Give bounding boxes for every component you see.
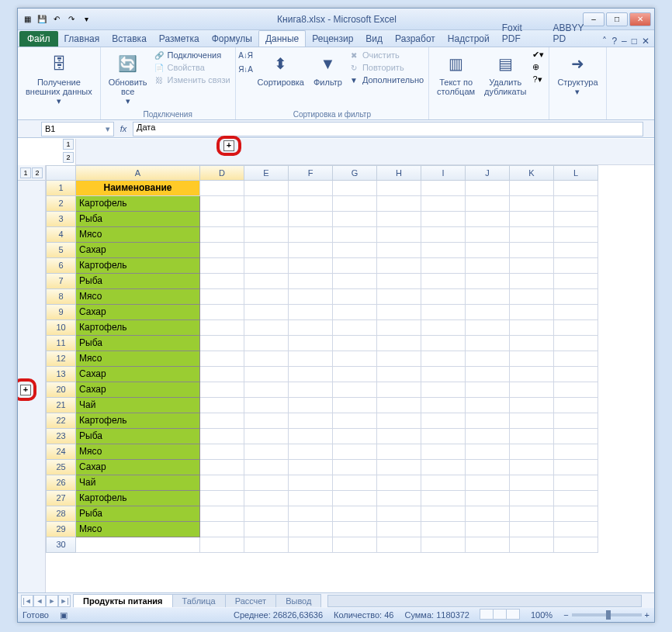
cell[interactable]: Картофель [76,196,200,212]
row-header[interactable]: 8 [46,289,76,305]
zoom-slider[interactable]: −+ [563,610,649,620]
cell[interactable] [289,196,333,212]
cell[interactable]: Рыба [76,506,200,522]
cell[interactable] [200,305,244,320]
cell[interactable] [377,351,421,367]
cell[interactable] [466,212,510,227]
cell[interactable] [554,382,598,398]
col-header-H[interactable]: H [377,165,421,181]
consolidate-icon[interactable]: ⊕ [532,62,544,72]
cell[interactable]: Мясо [76,444,200,460]
cell[interactable] [333,429,377,444]
cell[interactable] [200,367,244,382]
cell[interactable] [466,475,510,491]
doc-min-icon[interactable]: – [622,36,627,47]
row-header[interactable]: 20 [46,382,76,398]
cell[interactable] [289,336,333,351]
row-header[interactable]: 9 [46,305,76,320]
cell[interactable] [244,444,289,460]
cell[interactable] [244,522,289,537]
cell[interactable] [466,351,510,367]
fx-icon[interactable]: fx [114,124,133,133]
cell[interactable] [510,243,554,258]
cell[interactable] [244,398,289,413]
cell[interactable] [510,336,554,351]
row-header[interactable]: 21 [46,398,76,413]
col-header-J[interactable]: J [466,165,510,181]
cell[interactable] [554,181,598,196]
col-header-F[interactable]: F [289,165,333,181]
cell[interactable] [421,429,466,444]
cell[interactable]: Мясо [76,351,200,367]
row-outline-level-2[interactable]: 2 [32,167,43,178]
cell[interactable] [200,537,244,553]
help-icon[interactable]: ? [611,36,617,47]
cell[interactable] [554,274,598,289]
cell[interactable] [554,398,598,413]
cell[interactable] [244,320,289,336]
cell[interactable] [510,429,554,444]
cell[interactable] [200,475,244,491]
expand-rows-button[interactable]: + [20,385,31,395]
cell[interactable] [289,475,333,491]
tab-insert[interactable]: Вставка [106,31,153,47]
sort-za-button[interactable]: Я↓А [241,64,251,74]
cell[interactable] [244,506,289,522]
name-box-dropdown-icon[interactable]: ▾ [106,124,110,134]
cell[interactable] [333,243,377,258]
cell[interactable] [289,289,333,305]
filter-button[interactable]: ▼ Фильтр [310,50,345,88]
cell[interactable] [333,258,377,274]
cell[interactable] [289,382,333,398]
cell[interactable] [554,196,598,212]
cell[interactable] [377,537,421,553]
cell[interactable] [421,460,466,475]
cell[interactable] [421,475,466,491]
cell[interactable] [510,258,554,274]
cell[interactable] [289,367,333,382]
cell[interactable] [200,351,244,367]
cell[interactable] [466,444,510,460]
cell[interactable] [333,475,377,491]
cell[interactable] [244,305,289,320]
cell[interactable] [289,351,333,367]
cell[interactable] [289,243,333,258]
tab-review[interactable]: Рецензир [306,31,359,47]
cell[interactable] [377,289,421,305]
cell[interactable] [333,444,377,460]
cell[interactable] [377,181,421,196]
text-to-columns-button[interactable]: ▥ Текст по столбцам [434,50,478,98]
cell[interactable] [554,305,598,320]
cell[interactable] [421,289,466,305]
row-header[interactable]: 10 [46,320,76,336]
cell[interactable] [333,506,377,522]
cell[interactable] [421,181,466,196]
cell[interactable] [333,382,377,398]
sort-az-button[interactable]: А↓Я [241,50,251,60]
cell[interactable] [200,413,244,429]
cell[interactable] [554,320,598,336]
cell[interactable]: Сахар [76,243,200,258]
cell[interactable] [421,196,466,212]
cell[interactable] [333,320,377,336]
cell[interactable] [466,367,510,382]
cell[interactable] [200,398,244,413]
row-header[interactable]: 6 [46,258,76,274]
cell[interactable] [421,258,466,274]
undo-icon[interactable]: ↶ [50,13,63,26]
cell[interactable] [466,522,510,537]
col-header-A[interactable]: A [76,165,200,181]
cell[interactable] [200,506,244,522]
row-header[interactable]: 13 [46,367,76,382]
cell[interactable] [289,227,333,243]
cell[interactable] [421,537,466,553]
cell[interactable] [377,429,421,444]
cell[interactable] [200,460,244,475]
col-header-E[interactable]: E [244,165,289,181]
cell[interactable] [200,243,244,258]
sheet-tab-calc[interactable]: Рассчет [225,594,277,607]
view-buttons[interactable] [480,609,520,621]
cell[interactable] [421,444,466,460]
cell[interactable] [421,274,466,289]
cell[interactable] [510,320,554,336]
